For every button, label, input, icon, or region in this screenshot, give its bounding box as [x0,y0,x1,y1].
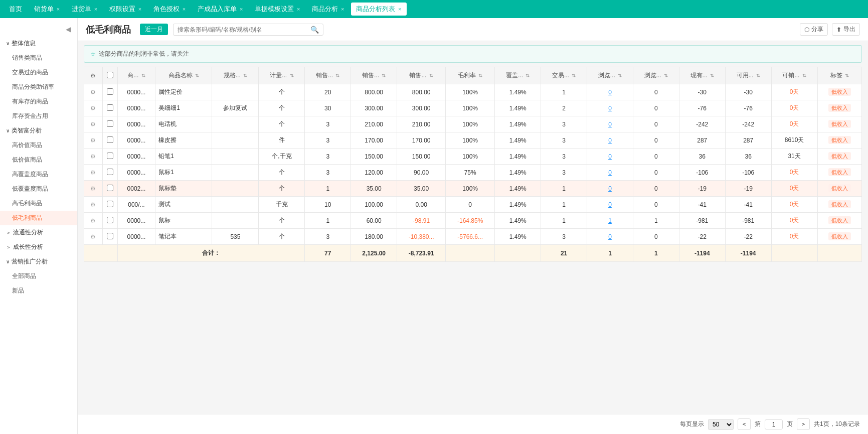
cell-views1[interactable]: 0 [587,149,633,165]
cell-views1[interactable]: 0 [587,132,633,149]
sidebar-item-low-value[interactable]: 低价值商品 [0,153,77,167]
select-all-checkbox[interactable] [107,72,113,78]
cell-check[interactable] [102,116,117,132]
close-icon[interactable]: × [398,6,401,12]
col-trade[interactable]: 交易... ⇅ [541,67,587,84]
sidebar-item-traded-products[interactable]: 交易过的商品 [0,65,77,80]
nav-home[interactable]: 首页 [4,3,27,16]
col-gear[interactable]: ⚙ [84,67,103,84]
cell-gear[interactable]: ⚙ [84,181,103,197]
col-coverage[interactable]: 覆盖... ⇅ [495,67,541,84]
cell-gear[interactable]: ⚙ [84,84,103,100]
row-checkbox[interactable] [107,233,113,239]
cell-gear[interactable]: ⚙ [84,149,103,165]
row-checkbox[interactable] [107,185,113,191]
row-checkbox[interactable] [107,104,113,111]
date-filter-button[interactable]: 近一月 [140,24,168,35]
nav-sales-order[interactable]: 销货单 × [29,3,65,16]
col-sales-price[interactable]: 销售... ⇅ [351,67,397,84]
close-icon[interactable]: × [94,6,97,12]
sidebar-item-high-margin[interactable]: 高毛利商品 [0,196,77,211]
close-icon[interactable]: × [138,6,141,12]
col-sales-amount[interactable]: 销售... ⇅ [397,67,446,84]
cell-views1[interactable]: 0 [587,100,633,116]
page-input[interactable] [765,419,783,429]
cell-check[interactable] [102,181,117,197]
cell-gear[interactable]: ⚙ [84,100,103,116]
cell-check[interactable] [102,132,117,149]
col-gross-rate[interactable]: 毛利率 ⇅ [446,67,495,84]
col-code[interactable]: 商... ⇅ [117,67,155,84]
sidebar-item-all-products[interactable]: 全部商品 [0,269,77,283]
cell-name[interactable]: 鼠标1 [155,165,212,181]
nav-product-analysis-list[interactable]: 商品分析列表 × [351,3,406,16]
cell-name[interactable]: 笔记本 [155,229,212,245]
cell-name[interactable]: 鼠标垫 [155,181,212,197]
cell-check[interactable] [102,84,117,100]
sidebar-collapse-btn[interactable]: ◀ [64,24,73,34]
close-icon[interactable]: × [57,6,60,12]
col-saleable[interactable]: 可销... ⇅ [771,67,817,84]
cell-name[interactable]: 鼠标 [155,213,212,229]
row-checkbox[interactable] [107,153,113,159]
cell-name[interactable]: 测试 [155,197,212,213]
col-spec[interactable]: 规格... ⇅ [212,67,259,84]
sidebar-item-high-value[interactable]: 高价值商品 [0,138,77,153]
col-current-stock[interactable]: 现有... ⇅ [679,67,725,84]
cell-gear[interactable]: ⚙ [84,229,103,245]
cell-check[interactable] [102,197,117,213]
col-check[interactable] [102,67,117,84]
cell-gear[interactable]: ⚙ [84,132,103,149]
cell-check[interactable] [102,213,117,229]
search-input[interactable] [178,26,310,33]
sidebar-group-growth[interactable]: ＞ 成长性分析 [0,240,77,254]
col-available[interactable]: 可用... ⇅ [725,67,771,84]
cell-views1[interactable]: 0 [587,165,633,181]
row-checkbox[interactable] [107,201,113,207]
cell-gear[interactable]: ⚙ [84,116,103,132]
cell-name[interactable]: 橡皮擦 [155,132,212,149]
cell-name[interactable]: 属性定价 [155,84,212,100]
cell-views1[interactable]: 1 [587,213,633,229]
next-page-button[interactable]: ＞ [797,418,810,430]
sidebar-item-low-margin[interactable]: 低毛利商品 [0,211,77,225]
cell-check[interactable] [102,149,117,165]
close-icon[interactable]: × [297,6,300,12]
cell-check[interactable] [102,100,117,116]
col-unit[interactable]: 计量... ⇅ [259,67,305,84]
sidebar-group-circulation[interactable]: ＞ 流通性分析 [0,225,77,240]
col-tag[interactable]: 标签 ⇅ [817,67,861,84]
cell-check[interactable] [102,229,117,245]
cell-name[interactable]: 电话机 [155,116,212,132]
sidebar-item-high-coverage[interactable]: 高覆盖度商品 [0,167,77,182]
cell-gear[interactable]: ⚙ [84,165,103,181]
row-checkbox[interactable] [107,88,113,95]
nav-product-inbound[interactable]: 产成品入库单 × [193,3,248,16]
sidebar-group-overall[interactable]: ∨ 整体信息 [0,36,77,51]
row-checkbox[interactable] [107,120,113,127]
sidebar-item-new-products[interactable]: 新品 [0,283,77,298]
col-sales-qty[interactable]: 销售... ⇅ [305,67,351,84]
row-checkbox[interactable] [107,217,113,223]
per-page-select[interactable]: 50 100 200 [708,419,734,430]
sidebar-item-low-coverage[interactable]: 低覆盖度商品 [0,182,77,196]
sidebar-group-marketing[interactable]: ∨ 营销推广分析 [0,254,77,269]
sidebar-item-capital-usage[interactable]: 库存资金占用 [0,109,77,123]
cell-views1[interactable]: 0 [587,84,633,100]
col-name[interactable]: 商品名称 ⇅ [155,67,212,84]
close-icon[interactable]: × [240,6,243,12]
cell-views1[interactable]: 0 [587,197,633,213]
cell-name[interactable]: 吴细细1 [155,100,212,116]
close-icon[interactable]: × [183,6,186,12]
sidebar-item-category-sales-rate[interactable]: 商品分类助销率 [0,80,77,94]
nav-permission[interactable]: 权限设置 × [104,3,146,16]
col-views1[interactable]: 浏览... ⇅ [587,67,633,84]
row-checkbox[interactable] [107,136,113,143]
row-checkbox[interactable] [107,169,113,175]
cell-views1[interactable]: 0 [587,116,633,132]
export-button[interactable]: ⬆ 导出 [832,23,860,36]
cell-check[interactable] [102,165,117,181]
search-icon[interactable]: 🔍 [310,26,319,34]
nav-template-settings[interactable]: 单据模板设置 × [250,3,305,16]
sidebar-item-inventory-products[interactable]: 有库存的商品 [0,94,77,109]
